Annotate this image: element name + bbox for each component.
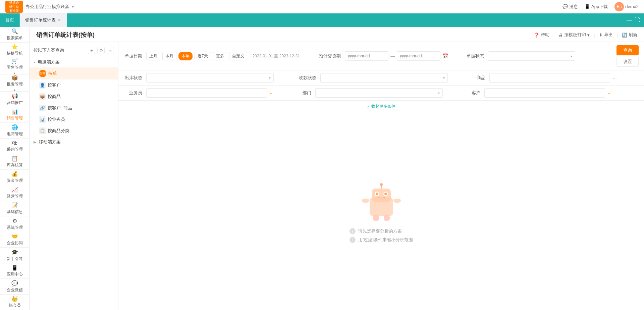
- customer-input[interactable]: [484, 88, 605, 98]
- right-panel: 单据日期 上月 本月 本年 近7天 更多 自定义 2023-01-01 至 20…: [118, 42, 644, 310]
- receipt-status-select[interactable]: ▾: [320, 73, 448, 83]
- sidebar-label-ecommerce: 电商管理: [7, 131, 23, 137]
- scheme-by-cust-prod[interactable]: 🔗 按客户+商品: [30, 102, 118, 114]
- page-actions: ❓ 帮助 | 🖨 按模板打印 ▾ | ⬇ 导出 | 🔄 刷新: [534, 32, 637, 38]
- empty-tips: 1 请先选择要分析的方案 2 用[过滤]条件来缩小分析范围: [350, 228, 413, 243]
- query-btn[interactable]: 查询: [616, 45, 639, 55]
- shipping-status-arrow: ▾: [269, 76, 271, 80]
- sidebar-item-wholesale[interactable]: 📦 批发管理 ▴: [0, 75, 29, 92]
- collapse-bar[interactable]: ∧ 收起更多条件: [118, 101, 644, 112]
- order-status-select[interactable]: ▾: [488, 51, 575, 61]
- tab-maximize-icon[interactable]: ⛶: [635, 17, 640, 23]
- product-ellipsis-btn[interactable]: ···: [613, 75, 617, 81]
- scheme-by-order[interactable]: 按单 按单: [30, 67, 118, 80]
- date-btn-last-month[interactable]: 上月: [146, 52, 160, 60]
- salesperson-input[interactable]: [146, 88, 267, 98]
- date-label: 单据日期: [124, 53, 142, 59]
- topbar-left: 畅捷通好生意标准版 办公用品行业模拟账套 ▾: [5, 1, 74, 13]
- scheme-by-customer[interactable]: 👤 按客户: [30, 80, 118, 91]
- sidebar-label-marketing: 营销推广: [7, 100, 23, 106]
- tab-close-icon[interactable]: ✕: [58, 18, 61, 22]
- date-btn-this-month[interactable]: 本月: [162, 52, 176, 60]
- purchase-icon: 🛍: [12, 140, 17, 146]
- tab-minimize-icon[interactable]: —: [627, 17, 632, 23]
- sidebar-item-inventory[interactable]: 📋 库存核算: [0, 154, 29, 170]
- export-btn[interactable]: ⬇ 导出: [599, 32, 613, 38]
- sidebar-item-quick-nav[interactable]: ⭐ 快捷导航: [0, 43, 29, 58]
- template-print-btn[interactable]: 🖨 按模板打印 ▾: [558, 32, 590, 38]
- panel-header-title: 按以下方案查询: [34, 47, 64, 53]
- date-btn-custom[interactable]: 自定义: [229, 52, 247, 60]
- tab-home[interactable]: 首页: [0, 13, 20, 27]
- receipt-status-arrow: ▾: [443, 76, 445, 80]
- date-btn-this-year[interactable]: 本年: [178, 52, 193, 60]
- product-input[interactable]: [489, 73, 610, 83]
- desktop-schemes-label: 电脑端方案: [38, 59, 60, 65]
- refresh-btn[interactable]: 🔄 刷新: [622, 32, 637, 38]
- breadcrumb-title[interactable]: 办公用品行业模拟账套: [25, 4, 69, 10]
- manage-scheme-btn[interactable]: ⊙: [97, 47, 105, 54]
- receipt-status-label: 收款状态: [298, 75, 316, 81]
- page-header: 销售订单统计表(按单) ❓ 帮助 | 🖨 按模板打印 ▾ | ⬇ 导出 |: [30, 27, 644, 42]
- customer-ellipsis-btn[interactable]: ···: [608, 90, 612, 96]
- collapse-arrow-icon: ∧: [367, 104, 370, 109]
- scheme-by-product[interactable]: 📦 按商品: [30, 91, 118, 102]
- sidebar-item-search[interactable]: 🔍 搜索菜单: [0, 27, 29, 43]
- sidebar-label-enterprise: 企业协同: [7, 240, 23, 246]
- scheme-salesperson-label: 按业务员: [48, 116, 65, 122]
- sidebar-item-wechat[interactable]: 💬 企业微信: [0, 279, 29, 295]
- sidebar-item-sales[interactable]: 📊 销售管理: [0, 107, 29, 123]
- sidebar-item-purchase[interactable]: 🛍 采购管理: [0, 139, 29, 154]
- sidebar-item-basic[interactable]: 📝 基础信息: [0, 201, 29, 217]
- sidebar-item-ecommerce[interactable]: 🌐 电商管理: [0, 123, 29, 139]
- date-filter-group: 上月 本月 本年 近7天 更多 自定义: [146, 52, 247, 60]
- calendar-icon-start[interactable]: 📅: [442, 53, 448, 59]
- mobile-schemes-parent[interactable]: ▶ 移动端方案: [30, 137, 118, 147]
- receipt-status-wrap: ▾: [320, 73, 448, 83]
- help-btn[interactable]: ❓ 帮助: [534, 32, 549, 38]
- template-print-label: 按模板打印: [564, 32, 586, 38]
- sidebar-item-enterprise[interactable]: 🤝 企业协同: [0, 232, 29, 248]
- message-icon: 💬: [562, 4, 568, 9]
- main-layout: 🔍 搜索菜单 ⭐ 快捷导航 🛒 零售管理 ▴ 📦 批发管理 ▴ 📢 营销推广 📊…: [0, 27, 644, 310]
- sidebar-label-wechat: 企业微信: [7, 287, 23, 293]
- sidebar-item-guide[interactable]: 🎓 新手引导: [0, 248, 29, 263]
- salesperson-ellipsis-btn[interactable]: ···: [270, 90, 274, 96]
- quick-nav-icon: ⭐: [11, 44, 18, 50]
- filter-row-3: 业务员 ··· 部门 ▾ 客户: [118, 86, 644, 101]
- filter-row-date: 单据日期 上月 本月 本年 近7天 更多 自定义 2023-01-01 至 20…: [118, 42, 644, 70]
- message-btn[interactable]: 💬 消息: [562, 4, 578, 10]
- breadcrumb-arrow[interactable]: ▾: [72, 4, 74, 9]
- shipping-status-select[interactable]: ▾: [146, 73, 274, 83]
- sidebar-item-operations[interactable]: 📈 经营管理: [0, 185, 29, 201]
- sidebar-label-system: 系统管理: [7, 225, 23, 230]
- sidebar-item-retail[interactable]: 🛒 零售管理 ▴: [0, 58, 29, 75]
- department-label: 部门: [298, 90, 311, 96]
- scheme-by-category[interactable]: 📋 按商品分类: [30, 125, 118, 137]
- user-avatar-area[interactable]: Ea demo2: [614, 2, 639, 11]
- expected-delivery-end-input[interactable]: [397, 51, 440, 61]
- sidebar-item-member[interactable]: 👑 畅会员: [0, 295, 29, 310]
- print-icon: 🖨: [558, 33, 563, 38]
- date-btn-more[interactable]: 更多: [213, 52, 227, 60]
- tab-sales-order-stats[interactable]: 销售订单统计表 ✕: [20, 13, 67, 27]
- sidebar-item-finance[interactable]: 💰 资金管理: [0, 170, 29, 186]
- sidebar-item-apps[interactable]: 📱 应用中心: [0, 263, 29, 279]
- date-range-dash: —: [390, 54, 395, 59]
- scheme-by-salesperson[interactable]: 📊 按业务员: [30, 114, 118, 125]
- app-download-btn[interactable]: 📱 App下载: [585, 4, 608, 10]
- department-select[interactable]: ▾: [315, 88, 443, 98]
- collapse-panel-btn[interactable]: «: [107, 47, 114, 54]
- scheme-product-icon: 📦: [39, 93, 46, 100]
- page-title: 销售订单统计表(按单): [36, 31, 95, 39]
- settings-btn[interactable]: 设置: [616, 57, 639, 67]
- topbar-right: 💬 消息 📱 App下载 Ea demo2: [562, 2, 639, 11]
- scheme-cust-prod-icon: 🔗: [39, 105, 46, 111]
- desktop-schemes-parent[interactable]: ▾ 电脑端方案: [30, 57, 118, 67]
- expected-delivery-start-input[interactable]: [345, 51, 388, 61]
- sidebar-item-marketing[interactable]: 📢 营销推广: [0, 92, 29, 107]
- date-btn-7days[interactable]: 近7天: [195, 52, 211, 60]
- guide-icon: 🎓: [11, 249, 18, 255]
- add-scheme-btn[interactable]: +: [88, 47, 95, 54]
- sidebar-item-system[interactable]: ⚙ 系统管理: [0, 216, 29, 232]
